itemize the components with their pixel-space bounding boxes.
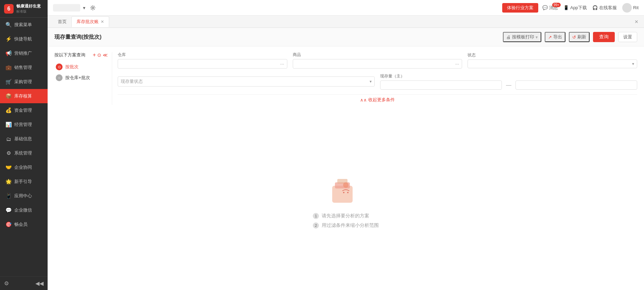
tip-text-2: 用过滤条件来缩小分析范围 [322,222,379,229]
refresh-button[interactable]: ↺ 刷新 [569,32,590,42]
briefcase-icon: 💼 [5,65,12,71]
sidebar-title-block: 畅康通好生意 标准版 [16,3,41,14]
sidebar-item-finance[interactable]: 💰 资金管理 [0,103,48,117]
stock-status-dropdown-icon: ▾ [370,79,372,84]
tab-close-icon[interactable]: ✕ [101,19,104,24]
sidebar-item-search[interactable]: 🔍 搜索菜单 [0,18,48,32]
sidebar-item-label: 营销推广 [14,50,32,56]
messages-button[interactable]: 💬 消息 99+ [542,5,558,11]
scheme-item-warehouse-batch[interactable]: ○ 按仓库+批次 [54,72,108,83]
gear-icon: ⚙ [5,150,12,156]
collapse-bar[interactable]: ∧∧ 收起更多条件 [118,94,637,105]
collapse-sidebar-icon[interactable]: ◀◀ [35,280,44,287]
settings-bottom-icon[interactable]: ⚙ [4,280,9,287]
scheme-header: 按以下方案查询 + ⊙ ≪ [54,52,108,58]
page-header: 现存量查询(按批次) 🖨 按模板打印 ▾ ↗ 导出 ↺ 刷新 查询 设置 [48,28,644,47]
sidebar-item-guide[interactable]: 🌟 新手引导 [0,175,48,189]
sidebar-item-label: 基础信息 [14,136,32,142]
breadcrumb-input[interactable] [53,4,80,12]
sidebar-item-purchase[interactable]: 🛒 采购管理 [0,75,48,89]
query-button[interactable]: 查询 [593,32,615,42]
filter-area: 仓库 ··· 商品 ··· 状态 [118,52,637,105]
handshake-icon: 🤝 [5,164,12,170]
topbar: ▾ 体验行业方案 💬 消息 99+ 📱 App下载 🎧 在线客服 [48,0,644,16]
sidebar-item-label: 快捷导航 [14,36,32,42]
scheme-header-actions: + ⊙ ≪ [93,52,108,58]
scheme-item-warehouse-batch-label: 按仓库+批次 [65,75,90,81]
sidebar-item-label: 销售管理 [14,65,32,71]
sidebar-item-basics[interactable]: 🗂 基础信息 [0,132,48,146]
tab-home-label: 首页 [58,19,67,25]
sidebar-item-shortcuts[interactable]: ⚡ 快捷导航 [0,32,48,46]
sidebar-item-management[interactable]: 📊 经营管理 [0,117,48,132]
empty-tip-2: 2 用过滤条件来缩小分析范围 [313,222,379,229]
sidebar-item-member[interactable]: 🎯 畅会员 [0,217,48,232]
empty-tip-1: 1 请先选择要分析的方案 [313,213,379,219]
scheme-item-batch-label: 按批次 [65,64,79,70]
stock-main-to-wrapper[interactable] [515,80,637,90]
empty-tips: 1 请先选择要分析的方案 2 用过滤条件来缩小分析范围 [313,213,379,229]
sidebar-item-sales[interactable]: 💼 销售管理 [0,60,48,75]
sidebar-item-label: 资金管理 [14,107,32,113]
sidebar: 6 畅康通好生意 标准版 🔍 搜索菜单 ⚡ 快捷导航 📢 营销推广 💼 销售管理… [0,0,48,290]
scheme-active-icon: ⊙ [56,64,63,70]
empty-illustration [325,172,366,206]
stock-main-filter: 现存量（主） — [380,73,637,90]
sidebar-item-label: 经营管理 [14,122,32,128]
stock-main-from-input[interactable] [383,83,499,88]
trial-button[interactable]: 体验行业方案 [502,3,538,13]
stock-main-from-wrapper[interactable] [380,80,502,90]
refresh-icon: ↺ [572,35,576,40]
export-button[interactable]: ↗ 导出 [545,32,565,42]
tab-bar: 首页 库存批次账 ✕ ✕ [48,16,644,28]
stock-status-select[interactable]: 现存量状态 ▾ [118,76,375,87]
add-scheme-icon[interactable]: + [93,52,96,58]
folder-icon: 🗂 [5,136,12,142]
status-filter: 状态 ▾ [468,52,637,68]
sidebar-item-inventory[interactable]: 📦 库存核算 [0,89,48,103]
empty-state: 1 请先选择要分析的方案 2 用过滤条件来缩小分析范围 [48,110,644,290]
warehouse-input[interactable] [121,61,279,67]
tip-text-1: 请先选择要分析的方案 [322,213,369,219]
sidebar-item-system[interactable]: ⚙ 系统管理 [0,146,48,160]
breadcrumb-dropdown-button[interactable]: ▾ [83,5,85,11]
sidebar-item-marketing[interactable]: 📢 营销推广 [0,46,48,60]
box-icon: 📦 [5,93,12,99]
stock-main-label: 现存量（主） [380,73,637,79]
print-button[interactable]: 🖨 按模板打印 ▾ [503,32,541,42]
sidebar-item-enterprise[interactable]: 🤝 企业协同 [0,160,48,175]
messages-badge: 99+ [552,3,561,7]
goods-more-icon[interactable]: ··· [455,61,459,67]
topbar-right: 💬 消息 99+ 📱 App下载 🎧 在线客服 Rit [542,3,639,13]
user-button[interactable]: Rit [622,3,639,13]
sidebar-item-apps[interactable]: 📱 应用中心 [0,189,48,203]
topbar-settings-button[interactable] [88,3,98,13]
panel-close-button[interactable]: ✕ [634,19,639,24]
sidebar-item-wechat[interactable]: 💬 企业微信 [0,203,48,217]
tab-inventory-batch[interactable]: 库存批次账 ✕ [71,16,109,27]
warehouse-more-icon[interactable]: ··· [280,61,284,67]
cart-icon: 🛒 [5,79,12,85]
warehouse-input-wrapper[interactable]: ··· [118,59,287,69]
status-select[interactable]: ▾ [468,59,637,68]
goods-input[interactable] [296,61,454,67]
scheme-item-batch[interactable]: ⊙ 按批次 [54,61,108,72]
stock-main-to-input[interactable] [519,83,634,88]
settings-button[interactable]: 设置 [618,32,637,42]
scheme-sidebar: 按以下方案查询 + ⊙ ≪ ⊙ 按批次 ○ 按仓库+批次 [54,52,112,105]
app-download-button[interactable]: 📱 App下载 [563,5,587,11]
search-icon: 🔍 [5,22,12,28]
filter-row-2: 现存量状态 ▾ 现存量（主） — [118,73,637,90]
sidebar-item-label: 新手引导 [14,179,32,185]
scheme-header-label: 按以下方案查询 [54,52,85,58]
tab-home[interactable]: 首页 [53,17,71,27]
app-version: 标准版 [16,9,41,14]
manage-scheme-icon[interactable]: ⊙ [97,52,101,58]
sidebar-header: 6 畅康通好生意 标准版 [0,0,48,18]
goods-input-wrapper[interactable]: ··· [293,59,462,69]
print-icon: 🖨 [506,35,511,40]
export-icon: ↗ [548,35,552,40]
collapse-scheme-icon[interactable]: ≪ [103,52,108,58]
online-service-button[interactable]: 🎧 在线客服 [592,5,617,11]
lightning-icon: ⚡ [5,36,12,42]
